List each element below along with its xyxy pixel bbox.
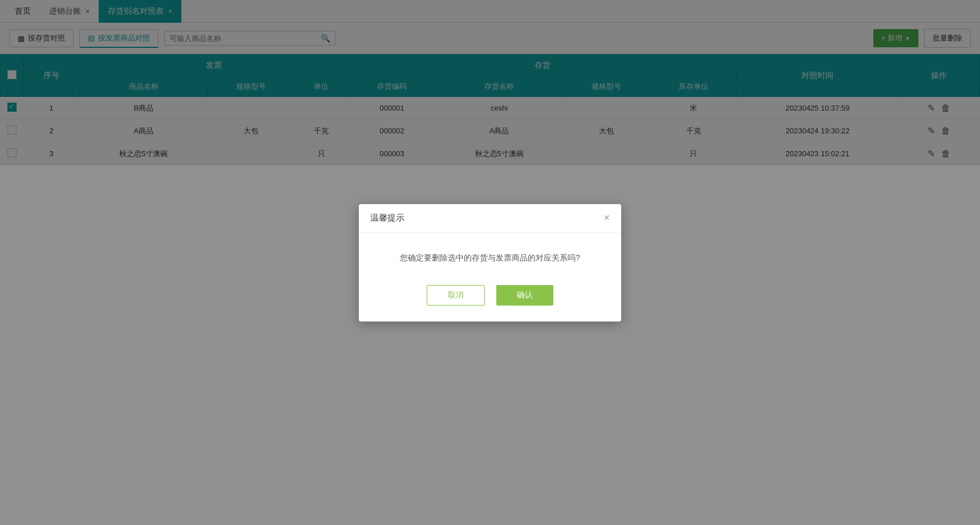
overlay: 温馨提示 × 您确定要删除选中的存货与发票商品的对应关系吗? 取消 确认 <box>0 0 980 165</box>
